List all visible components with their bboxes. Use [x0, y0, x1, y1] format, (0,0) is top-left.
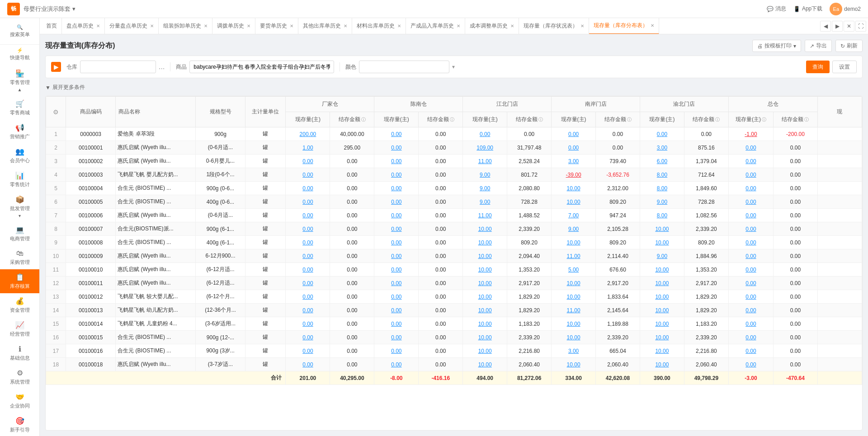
row-total-amt: 0.00	[774, 195, 818, 209]
sidebar-item-basic-info[interactable]: ℹ 基础信息	[0, 341, 39, 365]
row-yubei-stock: 10.00	[640, 277, 684, 290]
tab-assembly[interactable]: 组装拆卸单历史 ✕	[159, 18, 212, 34]
row-yubei-stock: 0.00	[640, 127, 684, 141]
tab-order[interactable]: 要货单历史 ✕	[255, 18, 298, 34]
tab-close-icon[interactable]: ✕	[204, 23, 208, 28]
row-extra	[817, 209, 862, 222]
warehouse-ellipsis[interactable]: ...	[159, 63, 165, 71]
tab-cost-adjust[interactable]: 成本调整单历史 ✕	[465, 18, 519, 34]
search-expand-btn[interactable]: ▶	[51, 62, 61, 72]
inventory-icon: 📋	[15, 273, 24, 281]
table-wrapper[interactable]: ⚙ 商品编码 商品名称 规格型号 主计量单位 厂家仓 陈南仓 江北门店 南岸门店…	[46, 96, 862, 430]
row-nanan-amt: 2,060.40	[596, 358, 640, 371]
th-chennan: 陈南仓	[374, 97, 463, 112]
tab-close-all-btn[interactable]: ✕	[844, 21, 854, 32]
tab-close-icon[interactable]: ✕	[290, 23, 293, 28]
tab-other-outbound[interactable]: 其他出库单历史 ✕	[298, 18, 352, 34]
row-yubei-stock: 10.00	[640, 263, 684, 277]
tab-close-active-icon[interactable]: ✕	[651, 23, 654, 28]
sidebar-item-retail-mall[interactable]: 🛒 零售商城	[0, 96, 39, 120]
sidebar-item-wholesale[interactable]: 📦 批发管理 ▾	[0, 192, 39, 222]
app-download-btn[interactable]: 📱 App下载	[793, 5, 822, 13]
tab-next-btn[interactable]: ▶	[832, 21, 843, 32]
tab-material-outbound[interactable]: 材料出库单历史 ✕	[352, 18, 406, 34]
tab-close-icon[interactable]: ✕	[457, 23, 460, 28]
sidebar-item-guide[interactable]: 🎯 新手引导	[0, 413, 39, 436]
tab-close-icon[interactable]: ✕	[510, 23, 514, 28]
sidebar-item-system[interactable]: ⚙ 系统管理	[0, 365, 39, 389]
tab-stock-status[interactable]: 现存量（库存状况表） ✕	[519, 18, 589, 34]
print-btn[interactable]: 🖨 按模板打印 ▾	[752, 40, 801, 52]
row-unit: 罐	[245, 263, 286, 277]
sidebar-item-collab[interactable]: 🤝 企业协同	[0, 389, 39, 413]
setting-btn[interactable]: 设置	[832, 61, 857, 73]
row-yubei-stock: 3.00	[640, 141, 684, 155]
tab-product-inbound[interactable]: 产成品入库单历史 ✕	[406, 18, 465, 34]
sidebar-item-label: 零售商城	[10, 109, 30, 116]
chevron-up-icon: ▲	[18, 87, 22, 92]
export-btn[interactable]: ↗ 导出	[805, 40, 832, 52]
refresh-btn[interactable]: ↻ 刷新	[835, 40, 863, 52]
sidebar-item-ecommerce[interactable]: 💻 电商管理	[0, 222, 39, 246]
tab-close-icon[interactable]: ✕	[580, 23, 584, 28]
sidebar-item-retail-mgmt[interactable]: 🏪 零售管理 ▲	[0, 66, 39, 96]
sidebar-item-marketing[interactable]: 📢 营销推广	[0, 120, 39, 144]
tab-transfer[interactable]: 调拨单历史 ✕	[212, 18, 255, 34]
message-btn[interactable]: 💬 消息	[767, 5, 786, 13]
tab-home[interactable]: 首页	[42, 18, 62, 34]
row-extra	[817, 277, 862, 290]
sidebar-item-finance[interactable]: 💰 资金管理	[0, 293, 39, 317]
sidebar-item-label: 经营管理	[10, 331, 30, 338]
chevron-down-icon: ▾	[72, 5, 75, 12]
row-factory-amt: 0.00	[330, 331, 374, 344]
tab-prev-btn[interactable]: ◀	[820, 21, 831, 32]
tab-partial-inventory[interactable]: 分量盘点单历史 ✕	[105, 18, 159, 34]
row-extra	[817, 236, 862, 249]
expand-more-btn[interactable]: ▼ 展开更多条件	[45, 84, 863, 91]
row-chennan-amt: 0.00	[419, 155, 463, 168]
row-jiangbei-stock: 9.00	[463, 195, 507, 209]
query-btn[interactable]: 查询	[806, 61, 830, 73]
table-row: 7 00100006 惠氏启赋 (Wyeth illu... (0-6月适...…	[46, 209, 862, 222]
row-code: 00100009	[66, 249, 116, 263]
row-name: 飞鹤星飞帆 较大婴儿配...	[116, 290, 196, 304]
tab-fullscreen-btn[interactable]: ⛶	[855, 21, 866, 32]
row-total-amt: 0.00	[774, 222, 818, 236]
user-area[interactable]: Ea demo2	[830, 3, 861, 15]
row-yubei-stock: 10.00	[640, 317, 684, 331]
printer-icon: 🖨	[757, 43, 763, 49]
warehouse-input[interactable]	[80, 61, 156, 73]
row-code: 00100014	[66, 317, 116, 331]
row-yubei-amt: 2,060.40	[684, 358, 728, 371]
color-dropdown-icon[interactable]: ▾	[452, 64, 455, 70]
tab-close-icon[interactable]: ✕	[96, 23, 100, 28]
color-input[interactable]	[359, 61, 449, 73]
tab-close-icon[interactable]: ✕	[397, 23, 401, 28]
row-yubei-amt: 1,353.20	[684, 263, 728, 277]
sidebar-item-purchase[interactable]: 🛍 采购管理	[0, 246, 39, 269]
total-label: 合计	[46, 371, 286, 385]
tab-stock-dist[interactable]: 现存量（库存分布表） ✕	[589, 18, 659, 34]
row-jiangbei-stock: 10.00	[463, 236, 507, 249]
th-total-stock: 现存量(主)ⓘ	[728, 112, 773, 127]
row-num: 8	[46, 222, 66, 236]
tab-close-icon[interactable]: ✕	[247, 23, 250, 28]
sidebar-item-member[interactable]: 👥 会员中心	[0, 144, 39, 168]
row-chennan-stock: 0.00	[374, 277, 419, 290]
company-select[interactable]: 母婴行业演示陈套 ▾	[24, 5, 75, 13]
tab-close-icon[interactable]: ✕	[150, 23, 154, 28]
tab-inventory-check[interactable]: 盘点单历史 ✕	[62, 18, 105, 34]
quick-nav-btn[interactable]: ⚡ 快捷导航	[0, 45, 39, 64]
row-unit: 罐	[245, 317, 286, 331]
row-chennan-amt: 0.00	[419, 195, 463, 209]
product-input[interactable]	[189, 61, 334, 73]
sidebar-item-operation[interactable]: 📈 经营管理	[0, 317, 39, 341]
row-spec: (12-36个月...	[195, 304, 245, 317]
row-code: 00100005	[66, 195, 116, 209]
tab-close-icon[interactable]: ✕	[344, 23, 347, 28]
search-english-btn[interactable]: 🔍 搜索英单	[3, 22, 37, 41]
sidebar-item-retail-stat[interactable]: 📊 零售统计	[0, 168, 39, 192]
sidebar-item-inventory[interactable]: 📋 库存核算	[0, 269, 39, 293]
row-factory-stock: 0.00	[286, 249, 330, 263]
table-settings-icon[interactable]: ⚙	[53, 108, 59, 116]
